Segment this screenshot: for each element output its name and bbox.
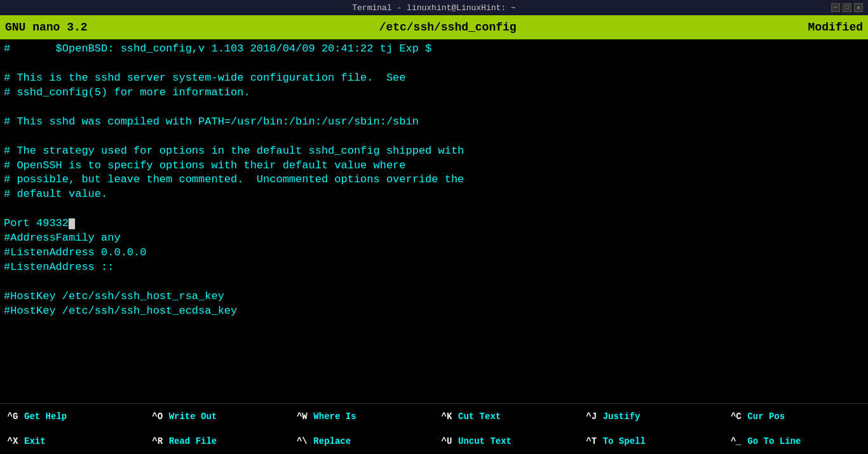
minimize-button[interactable]: ─ bbox=[831, 3, 840, 12]
editor-line: #HostKey /etc/ssh/ssh_host_ecdsa_key bbox=[4, 304, 864, 319]
editor-area[interactable]: # $OpenBSD: sshd_config,v 1.103 2018/04/… bbox=[0, 39, 868, 403]
window-title: Terminal - linuxhint@LinuxHint: ~ bbox=[352, 3, 515, 13]
shortcut-key: ^W bbox=[292, 411, 312, 422]
shortcut-key: ^T bbox=[581, 436, 602, 446]
shortcut-item[interactable]: ^UUncut Text bbox=[434, 429, 579, 455]
editor-line: # This sshd was compiled with PATH=/usr/… bbox=[4, 115, 864, 130]
file-path: /etc/ssh/sshd_config bbox=[379, 21, 517, 34]
nano-header: GNU nano 3.2 /etc/ssh/sshd_config Modifi… bbox=[0, 15, 868, 39]
editor-line: Port 49332 bbox=[4, 217, 864, 231]
shortcut-label: Justify bbox=[603, 411, 641, 422]
shortcut-item[interactable]: ^OWrite Out bbox=[145, 404, 290, 429]
maximize-button[interactable]: □ bbox=[843, 3, 851, 12]
shortcut-label: Go To Line bbox=[747, 436, 801, 446]
shortcut-key: ^_ bbox=[726, 436, 746, 446]
editor-line bbox=[4, 57, 864, 71]
editor-line: #ListenAddress :: bbox=[4, 260, 864, 275]
shortcut-label: Replace bbox=[313, 436, 351, 446]
editor-line bbox=[4, 275, 864, 290]
shortcut-item[interactable]: ^XExit bbox=[0, 429, 145, 455]
shortcut-label: To Spell bbox=[603, 436, 646, 446]
close-button[interactable]: ✕ bbox=[854, 3, 863, 12]
window-controls[interactable]: ─ □ ✕ bbox=[831, 3, 863, 12]
editor-line bbox=[4, 202, 864, 217]
shortcut-key: ^K bbox=[437, 411, 457, 422]
shortcut-item[interactable]: ^GGet Help bbox=[0, 404, 145, 429]
shortcut-item[interactable]: ^_Go To Line bbox=[723, 429, 868, 455]
shortcut-item[interactable]: ^WWhere Is bbox=[289, 404, 434, 429]
text-cursor bbox=[69, 218, 75, 229]
shortcut-label: Get Help bbox=[24, 411, 67, 422]
shortcut-label: Where Is bbox=[313, 411, 356, 422]
shortcut-label: Read File bbox=[169, 436, 217, 446]
editor-line: # possible, but leave them commented. Un… bbox=[4, 173, 864, 187]
editor-line: # The strategy used for options in the d… bbox=[4, 144, 864, 159]
shortcut-item[interactable]: ^KCut Text bbox=[434, 404, 579, 429]
shortcut-item[interactable]: ^JJustify bbox=[579, 404, 724, 429]
title-bar: Terminal - linuxhint@LinuxHint: ~ ─ □ ✕ bbox=[0, 0, 868, 15]
shortcut-label: Cur Pos bbox=[747, 411, 785, 422]
editor-line: # default value. bbox=[4, 187, 864, 202]
shortcut-key: ^J bbox=[581, 411, 602, 422]
shortcut-label: Uncut Text bbox=[458, 436, 512, 446]
shortcut-key: ^G bbox=[3, 411, 23, 422]
shortcut-item[interactable]: ^TTo Spell bbox=[579, 429, 724, 455]
editor-line: #AddressFamily any bbox=[4, 231, 864, 246]
shortcut-key: ^R bbox=[147, 436, 168, 446]
shortcuts-bar: ^GGet Help^OWrite Out^WWhere Is^KCut Tex… bbox=[0, 403, 868, 454]
shortcut-label: Write Out bbox=[169, 411, 217, 422]
shortcut-key: ^X bbox=[3, 436, 23, 446]
editor-line: #ListenAddress 0.0.0.0 bbox=[4, 246, 864, 260]
shortcut-label: Exit bbox=[24, 436, 46, 446]
editor-line: #HostKey /etc/ssh/ssh_host_rsa_key bbox=[4, 290, 864, 304]
shortcut-label: Cut Text bbox=[458, 411, 501, 422]
modified-indicator: Modified bbox=[808, 21, 863, 34]
shortcut-item[interactable]: ^CCur Pos bbox=[723, 404, 868, 429]
shortcut-key: ^U bbox=[437, 436, 457, 446]
shortcut-key: ^C bbox=[726, 411, 746, 422]
shortcut-item[interactable]: ^\Replace bbox=[289, 429, 434, 455]
editor-line bbox=[4, 100, 864, 115]
shortcut-item[interactable]: ^RRead File bbox=[145, 429, 290, 455]
shortcut-key: ^O bbox=[147, 411, 168, 422]
editor-line bbox=[4, 130, 864, 144]
editor-line: # $OpenBSD: sshd_config,v 1.103 2018/04/… bbox=[4, 42, 864, 57]
editor-line: # sshd_config(5) for more information. bbox=[4, 86, 864, 100]
editor-line: # OpenSSH is to specify options with the… bbox=[4, 159, 864, 173]
editor-line: # This is the sshd server system-wide co… bbox=[4, 71, 864, 86]
shortcut-key: ^\ bbox=[292, 436, 312, 446]
nano-version: GNU nano 3.2 bbox=[5, 21, 88, 34]
